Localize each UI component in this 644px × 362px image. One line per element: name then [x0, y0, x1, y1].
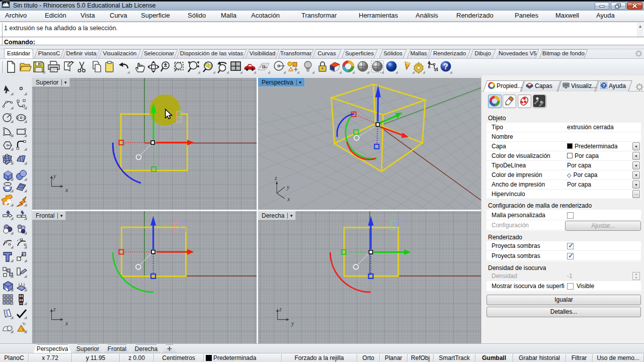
svg-text:?: ?: [602, 82, 605, 88]
svg-text:x: x: [65, 187, 68, 194]
svg-text:z: z: [274, 174, 277, 182]
svg-text:y: y: [291, 320, 294, 327]
svg-text:y: y: [53, 172, 56, 179]
svg-text:z: z: [279, 306, 282, 313]
svg-text:?: ?: [443, 62, 448, 71]
svg-text:y: y: [286, 184, 290, 191]
svg-text:z: z: [53, 306, 56, 313]
svg-text:x: x: [65, 320, 68, 327]
svg-text:x: x: [287, 196, 290, 203]
